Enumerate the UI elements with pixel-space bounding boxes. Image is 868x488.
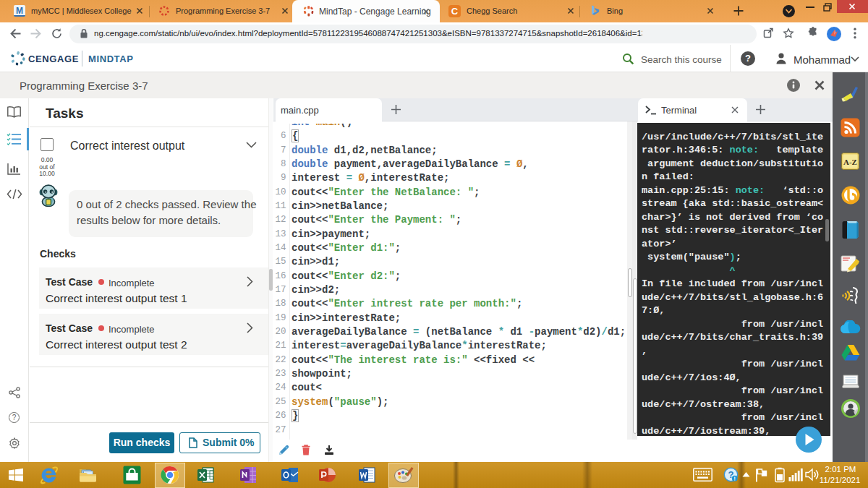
svg-text:A-Z: A-Z xyxy=(843,158,857,166)
